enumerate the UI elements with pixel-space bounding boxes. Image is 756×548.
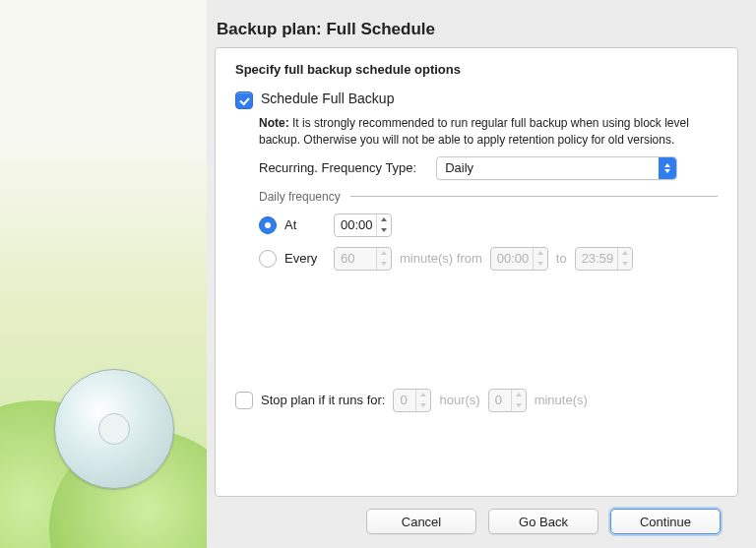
stop-minutes-stepper[interactable] <box>511 390 526 411</box>
cancel-button[interactable]: Cancel <box>366 509 476 534</box>
window-body: Backup plan: Full Schedule Specify full … <box>0 0 756 548</box>
stop-minutes-value: 0 <box>495 393 511 407</box>
every-label: Every <box>284 251 334 266</box>
every-from-stepper[interactable] <box>533 248 547 270</box>
schedule-full-backup-label: Schedule Full Backup <box>261 91 394 106</box>
note-prefix: Note: <box>259 116 289 130</box>
go-back-button[interactable]: Go Back <box>488 509 598 534</box>
note-text: It is strongly recommended to run regula… <box>259 116 689 147</box>
wizard-window: Backup plan: Full Schedule Specify full … <box>0 0 756 548</box>
every-to-label: to <box>556 251 567 266</box>
main-content: Backup plan: Full Schedule Specify full … <box>207 0 756 548</box>
select-arrows-icon <box>659 157 676 179</box>
stop-minutes-field[interactable]: 0 <box>488 389 527 412</box>
at-option-row: At 00:00 <box>259 213 718 237</box>
every-from-value: 00:00 <box>497 251 533 266</box>
stepper-up-icon[interactable] <box>534 248 547 259</box>
schedule-checkbox-row: Schedule Full Backup <box>235 91 718 109</box>
schedule-full-backup-checkbox[interactable] <box>235 91 253 109</box>
stepper-down-icon[interactable] <box>377 259 391 270</box>
every-to-field[interactable]: 23:59 <box>575 247 633 271</box>
every-value: 60 <box>341 251 376 266</box>
stepper-down-icon[interactable] <box>512 400 526 411</box>
every-to-value: 23:59 <box>582 251 617 266</box>
footer-buttons: Cancel Go Back Continue <box>215 497 738 548</box>
at-time-value: 00:00 <box>341 217 376 232</box>
continue-button[interactable]: Continue <box>610 509 721 534</box>
frequency-selected: Daily <box>445 160 473 175</box>
every-value-field[interactable]: 60 <box>334 247 392 271</box>
schedule-note: Note: It is strongly recommended to run … <box>259 115 718 149</box>
frequency-row: Recurring. Frequency Type: Daily <box>259 156 718 180</box>
page-title: Backup plan: Full Schedule <box>217 20 738 39</box>
panel-intro: Specify full backup schedule options <box>235 62 718 77</box>
daily-frequency-section: Daily frequency <box>259 190 718 204</box>
at-time-field[interactable]: 00:00 <box>334 213 392 237</box>
sidebar-illustration <box>0 0 207 548</box>
every-from-field[interactable]: 00:00 <box>490 247 548 271</box>
stop-plan-checkbox[interactable] <box>235 392 253 409</box>
stepper-down-icon[interactable] <box>534 259 547 270</box>
stepper-down-icon[interactable] <box>416 400 430 411</box>
stepper-down-icon[interactable] <box>618 259 632 270</box>
daily-frequency-label: Daily frequency <box>259 190 341 204</box>
at-radio[interactable] <box>259 216 277 234</box>
every-unit-label: minute(s) from <box>400 251 482 266</box>
options-panel: Specify full backup schedule options Sch… <box>215 47 738 497</box>
stop-plan-row: Stop plan if it runs for: 0 hour(s) 0 <box>235 389 718 412</box>
stepper-up-icon[interactable] <box>377 248 391 259</box>
schedule-details: Note: It is strongly recommended to run … <box>259 115 718 412</box>
stop-hours-stepper[interactable] <box>415 390 430 411</box>
stepper-up-icon[interactable] <box>512 390 526 400</box>
at-label: At <box>284 217 334 232</box>
stop-hours-field[interactable]: 0 <box>393 389 431 412</box>
stop-hours-unit: hour(s) <box>439 393 479 407</box>
every-radio[interactable] <box>259 250 277 268</box>
frequency-label: Recurring. Frequency Type: <box>259 160 416 175</box>
at-time-stepper[interactable] <box>376 214 391 236</box>
stepper-up-icon[interactable] <box>416 390 430 400</box>
frequency-select[interactable]: Daily <box>436 156 677 180</box>
divider <box>350 196 718 197</box>
every-option-row: Every 60 minute(s) from 00:00 <box>259 247 718 271</box>
stepper-up-icon[interactable] <box>618 248 632 259</box>
stepper-down-icon[interactable] <box>377 225 391 236</box>
every-to-stepper[interactable] <box>617 248 632 270</box>
stepper-up-icon[interactable] <box>377 214 391 225</box>
every-value-stepper[interactable] <box>376 248 391 270</box>
disc-icon <box>54 369 174 489</box>
stop-minutes-unit: minute(s) <box>535 393 588 407</box>
stop-plan-label: Stop plan if it runs for: <box>261 393 385 407</box>
stop-hours-value: 0 <box>400 393 415 407</box>
